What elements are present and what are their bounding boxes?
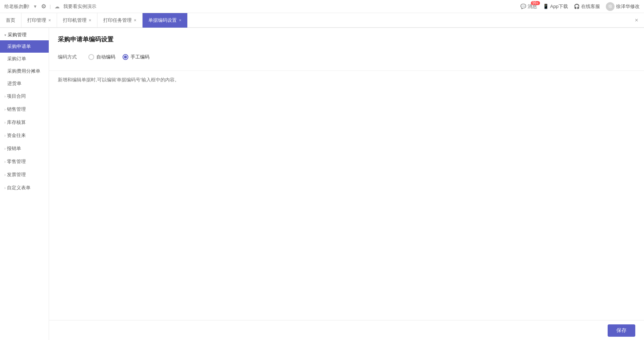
app-download-button[interactable]: 📱 App下载: [543, 3, 568, 10]
sidebar-group-retail-mgmt[interactable]: › 零售管理: [0, 155, 49, 168]
content-inner: 采购申请单编码设置 编码方式 自动编码 手工编码: [49, 28, 644, 320]
tab-bar: 首页 打印管理 × 打印机管理 × 打印任务管理 × 单据编码设置 ×: [0, 13, 644, 28]
sidebar-item-purchase-expense-label: 采购费用分摊单: [7, 68, 40, 74]
manual-encoding-radio[interactable]: 手工编码: [123, 54, 149, 60]
sidebar-group-project-contract-label: 项目合同: [7, 93, 26, 100]
chevron-right-icon: ›: [4, 173, 5, 177]
sidebar-group-returns-label: 报销单: [7, 145, 21, 152]
top-bar-left: 给老板勿删! ▼ ⚙ | ☁ 我要看实例演示: [4, 3, 96, 10]
footer-bar: 保存: [49, 320, 644, 340]
content-area: 采购申请单编码设置 编码方式 自动编码 手工编码: [49, 28, 644, 340]
app-download-label: App下载: [550, 3, 568, 10]
chevron-down-icon: ▾: [4, 33, 6, 37]
settings-icon[interactable]: ⚙: [41, 3, 46, 10]
manual-encoding-label: 手工编码: [131, 54, 149, 60]
demo-label: 我要看实例演示: [63, 3, 96, 10]
message-button[interactable]: 💬 消息 99+: [520, 3, 537, 10]
sidebar-item-purchase-order-label: 采购订单: [7, 56, 26, 61]
sidebar-item-incoming-label: 进货单: [7, 81, 21, 86]
sidebar-item-purchase-expense[interactable]: 采购费用分摊单: [0, 65, 49, 77]
encoding-row: 编码方式 自动编码 手工编码: [58, 49, 635, 65]
window-close-button[interactable]: ×: [635, 17, 638, 24]
tab-home[interactable]: 首页: [0, 13, 21, 28]
message-badge: 99+: [531, 1, 540, 5]
tab-printer-mgmt-label: 打印机管理: [63, 17, 87, 24]
chevron-right-icon: ›: [4, 94, 5, 98]
sidebar-group-procurement-label: 采购管理: [8, 32, 27, 38]
sidebar-item-incoming[interactable]: 进货单: [0, 77, 49, 90]
page-title: 采购申请单编码设置: [49, 28, 644, 49]
user-name: 徐泽华修改: [616, 3, 640, 10]
tab-print-task-mgmt-close[interactable]: ×: [134, 18, 136, 23]
main-layout: ▾ 采购管理 采购申请单 采购订单 采购费用分摊单 进货单 › 项目合同 › 销…: [0, 28, 644, 340]
user-menu[interactable]: 徐 徐泽华修改: [606, 2, 640, 11]
sidebar-group-capital-label: 资金往来: [7, 132, 26, 139]
sidebar-group-invoice-mgmt-label: 发票管理: [7, 171, 26, 178]
app-logo: 给老板勿删!: [4, 3, 29, 10]
download-icon: 📱: [543, 4, 549, 9]
chevron-right-icon: ›: [4, 121, 5, 125]
chevron-right-icon: ›: [4, 134, 5, 138]
tab-print-mgmt-close[interactable]: ×: [48, 18, 51, 23]
tab-print-mgmt-label: 打印管理: [27, 17, 46, 24]
sidebar-group-procurement[interactable]: ▾ 采购管理: [0, 28, 49, 40]
avatar: 徐: [606, 2, 615, 11]
tab-single-code-settings[interactable]: 单据编码设置 ×: [143, 13, 188, 28]
auto-encoding-radio[interactable]: 自动编码: [88, 54, 115, 60]
divider: |: [50, 4, 51, 9]
tab-single-code-settings-label: 单据编码设置: [148, 17, 177, 24]
sidebar-group-retail-mgmt-label: 零售管理: [7, 158, 26, 165]
tab-print-task-mgmt[interactable]: 打印任务管理 ×: [97, 13, 143, 28]
sidebar: ▾ 采购管理 采购申请单 采购订单 采购费用分摊单 进货单 › 项目合同 › 销…: [0, 28, 49, 340]
chevron-right-icon: ›: [4, 186, 5, 190]
encoding-section: 编码方式 自动编码 手工编码: [49, 49, 644, 71]
sidebar-group-custom-form[interactable]: › 自定义表单: [0, 181, 49, 194]
chevron-right-icon: ›: [4, 108, 5, 112]
sidebar-group-inventory-label: 库存核算: [7, 119, 26, 126]
customer-service-button[interactable]: 🎧 在线客服: [574, 3, 600, 10]
sidebar-item-purchase-order[interactable]: 采购订单: [0, 53, 49, 65]
sidebar-group-invoice-mgmt[interactable]: › 发票管理: [0, 168, 49, 181]
top-bar: 给老板勿删! ▼ ⚙ | ☁ 我要看实例演示 💬 消息 99+ 📱 App下载 …: [0, 0, 644, 13]
sidebar-group-returns[interactable]: › 报销单: [0, 142, 49, 155]
manual-radio-circle: [123, 54, 128, 60]
tab-single-code-settings-close[interactable]: ×: [179, 18, 181, 23]
chevron-right-icon: ›: [4, 160, 5, 164]
sidebar-item-purchase-request[interactable]: 采购申请单: [0, 40, 49, 53]
customer-service-label: 在线客服: [581, 3, 600, 10]
save-button[interactable]: 保存: [608, 324, 635, 337]
sidebar-group-sales-mgmt[interactable]: › 销售管理: [0, 103, 49, 116]
dropdown-arrow-icon[interactable]: ▼: [33, 4, 37, 9]
cloud-icon: ☁: [55, 4, 60, 9]
tab-print-task-mgmt-label: 打印任务管理: [103, 17, 132, 24]
auto-encoding-label: 自动编码: [96, 54, 115, 60]
tab-print-mgmt[interactable]: 打印管理 ×: [21, 13, 57, 28]
auto-radio-circle: [88, 54, 94, 60]
top-bar-right: 💬 消息 99+ 📱 App下载 🎧 在线客服 徐 徐泽华修改: [520, 2, 640, 11]
sidebar-group-project-contract[interactable]: › 项目合同: [0, 90, 49, 103]
sidebar-item-purchase-request-label: 采购申请单: [7, 44, 31, 49]
hint-text: 新增和编辑单据时,可以编辑'单据编码号'输入框中的内容。: [49, 71, 644, 89]
headset-icon: 🎧: [574, 4, 580, 9]
tab-home-label: 首页: [6, 17, 15, 24]
sidebar-group-inventory[interactable]: › 库存核算: [0, 116, 49, 129]
tab-printer-mgmt[interactable]: 打印机管理 ×: [57, 13, 97, 28]
demo-link[interactable]: 我要看实例演示: [63, 3, 96, 10]
encoding-radio-group: 自动编码 手工编码: [88, 54, 149, 60]
sidebar-group-custom-form-label: 自定义表单: [7, 185, 31, 191]
encoding-label: 编码方式: [58, 54, 80, 60]
message-icon: 💬: [520, 4, 526, 9]
tab-printer-mgmt-close[interactable]: ×: [89, 18, 91, 23]
chevron-right-icon: ›: [4, 147, 5, 151]
sidebar-group-capital[interactable]: › 资金往来: [0, 129, 49, 142]
sidebar-group-sales-mgmt-label: 销售管理: [7, 106, 26, 113]
